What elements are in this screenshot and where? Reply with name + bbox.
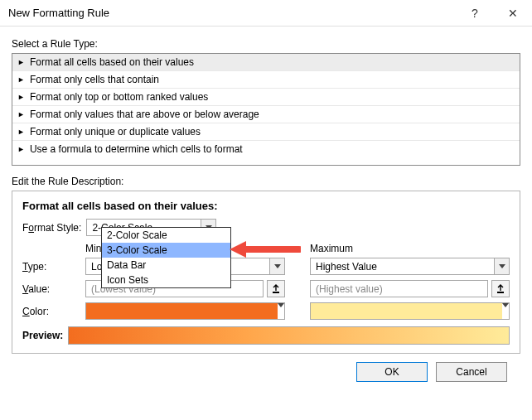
svg-rect-1 [497,292,504,293]
dropdown-option[interactable]: 2-Color Scale [102,228,230,243]
maximum-label: Maximum [310,243,510,254]
edit-description-label: Edit the Rule Description: [12,176,520,187]
collapse-dialog-icon [496,284,505,294]
min-color-dropdown[interactable] [85,302,285,320]
dropdown-option[interactable]: 3-Color Scale [102,243,230,258]
bullet-icon: ► [17,111,25,118]
dropdown-option[interactable]: Data Bar [102,258,230,273]
chevron-down-icon[interactable] [494,258,509,274]
chevron-down-icon[interactable] [269,258,284,274]
dialog-buttons: OK Cancel [12,354,520,382]
svg-rect-0 [273,292,279,293]
dialog-content: Select a Rule Type: ► Format all cells b… [0,27,532,387]
chevron-down-icon[interactable] [278,303,284,319]
rule-type-item[interactable]: ► Format only values that are above or b… [12,106,520,123]
title-bar: New Formatting Rule ? ✕ [0,0,532,27]
chevron-down-icon[interactable] [502,303,509,319]
bullet-icon: ► [17,59,25,66]
window-title: New Formatting Rule [8,7,456,19]
help-button[interactable]: ? [456,0,494,27]
preview-label: Preview: [22,330,63,341]
close-button[interactable]: ✕ [494,0,532,27]
value-label: Value: [22,283,80,295]
maximum-column: Maximum [310,241,510,258]
type-label: Type: [22,261,80,273]
format-style-label: Format Style: [22,222,81,234]
max-type-dropdown[interactable]: Highest Value [310,258,510,275]
format-style-options[interactable]: 2-Color Scale 3-Color Scale Data Bar Ico… [101,227,231,288]
rule-type-item[interactable]: ► Format only top or bottom ranked value… [12,89,520,106]
collapse-dialog-icon [272,284,280,294]
max-value-input[interactable]: (Highest value) [310,280,488,297]
color-label: Color: [22,306,80,317]
bullet-icon: ► [17,128,25,136]
dropdown-option[interactable]: Icon Sets [102,273,230,287]
bullet-icon: ► [17,76,25,84]
ok-button[interactable]: OK [356,362,428,382]
rule-type-item[interactable]: ► Use a formula to determine which cells… [12,141,520,157]
description-heading: Format all cells based on their values: [22,200,510,212]
bullet-icon: ► [17,146,25,153]
rule-type-item[interactable]: ► Format only cells that contain [12,71,520,89]
rule-type-item[interactable]: ► Format only unique or duplicate values [12,123,520,141]
range-selector-button[interactable] [267,280,285,297]
rule-type-label: Select a Rule Type: [12,38,520,50]
preview-gradient [68,326,510,345]
rule-type-item[interactable]: ► Format all cells based on their values [12,54,520,71]
rule-description-panel: Format all cells based on their values: … [12,191,520,354]
bullet-icon: ► [17,94,25,101]
format-style-row: Format Style: 2-Color Scale [22,219,510,236]
range-selector-button[interactable] [491,280,510,297]
cancel-button[interactable]: Cancel [436,362,507,382]
max-color-dropdown[interactable] [310,302,510,320]
rule-type-list[interactable]: ► Format all cells based on their values… [12,53,520,166]
